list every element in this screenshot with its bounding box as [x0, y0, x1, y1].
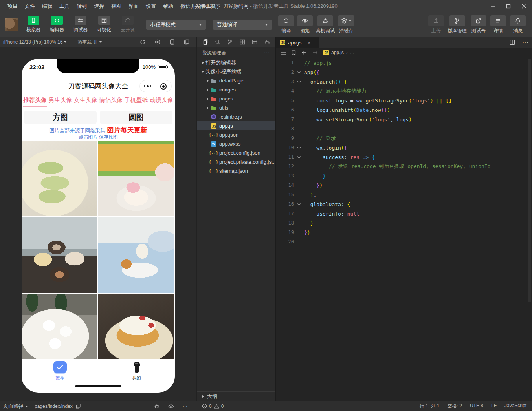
action-button-真机调试[interactable]: 真机调试 — [316, 15, 335, 34]
action-button-预览[interactable]: 预览 — [297, 15, 313, 34]
tree-item-project.config.json[interactable]: {..}project.config.json — [197, 148, 275, 157]
outline-list-icon[interactable] — [281, 50, 286, 55]
breadcrumb-file[interactable]: JS app.js › ... — [323, 50, 354, 55]
action-button-测试号[interactable]: 测试号 — [471, 15, 486, 34]
status-item[interactable]: 空格: 2 — [448, 403, 462, 409]
tabbar-item-我的[interactable]: 我的 — [98, 359, 175, 384]
menu-item-编辑[interactable]: 编辑 — [39, 0, 56, 13]
editor-layout-icon[interactable] — [251, 39, 258, 45]
more-icon[interactable]: ··· — [183, 404, 187, 409]
tree-item-pages[interactable]: pages — [197, 94, 275, 103]
compile-mode-select[interactable]: 普通编译 — [213, 20, 272, 30]
category-tab-男生头像[interactable]: 男生头像 — [48, 97, 72, 104]
code-line[interactable]: 10 wx.login({ — [276, 143, 532, 152]
plugin-teapot-icon[interactable] — [264, 39, 270, 45]
close-tab-icon[interactable]: × — [308, 40, 311, 46]
category-tab-动漫头像[interactable]: 动漫头像 — [149, 97, 174, 104]
tree-section-头像小程序前端[interactable]: 头像小程序前端 — [197, 67, 275, 76]
split-editor-icon[interactable] — [506, 37, 519, 48]
hot-reload-toggle[interactable]: 热重载 开 — [77, 39, 101, 46]
action-button-上传[interactable]: 上传 — [428, 15, 444, 34]
panel-button-云开发[interactable]: 云开发 — [118, 16, 138, 33]
close-button[interactable] — [516, 0, 532, 13]
fold-chevron-icon[interactable] — [294, 204, 304, 205]
tree-section-打开的编辑器[interactable]: 打开的编辑器 — [197, 58, 275, 67]
status-item[interactable]: UTF-8 — [470, 403, 483, 409]
tree-item-app.js[interactable]: JSapp.js — [197, 121, 275, 130]
problems-indicator[interactable]: 0 0 — [196, 404, 224, 409]
code-line[interactable]: 5 const logs = wx.getStorageSync('logs')… — [276, 96, 532, 105]
device-select[interactable]: iPhone 12/13 (Pro) 100% 16 — [3, 39, 66, 45]
bunny-toast-tablet-photo[interactable] — [98, 141, 174, 216]
tree-item-detailPage[interactable]: detailPage — [197, 76, 275, 85]
preview-eye-icon[interactable] — [168, 404, 174, 409]
bookmark-icon[interactable] — [292, 50, 296, 55]
code-line[interactable]: 9 // 登录 — [276, 133, 532, 143]
bundt-cake-photo[interactable] — [98, 294, 174, 359]
more-menu-icon[interactable] — [140, 85, 156, 87]
outline-section[interactable]: 大纲 — [197, 391, 275, 401]
fold-chevron-icon[interactable] — [294, 81, 304, 82]
menu-item-视图[interactable]: 视图 — [108, 0, 125, 13]
copy-path-icon[interactable] — [76, 404, 81, 409]
mode-select[interactable]: 小程序模式 — [146, 20, 206, 30]
tree-item-sitemap.json[interactable]: {..}sitemap.json — [197, 166, 275, 175]
coffee-cakes-window-photo[interactable] — [22, 217, 97, 293]
phone-frame-icon[interactable] — [170, 39, 174, 45]
panel-button-编辑器[interactable]: 编辑器 — [47, 16, 67, 33]
action-button-详情[interactable]: 详情 — [490, 15, 506, 34]
menu-item-文件[interactable]: 文件 — [21, 0, 39, 13]
page-path-select[interactable]: 页面路径 — [3, 403, 28, 410]
code-line[interactable]: 16 globalData: { — [276, 199, 532, 209]
tabbar-item-推荐[interactable]: 推荐 — [22, 359, 98, 384]
code-line[interactable]: 3 onLaunch() { — [276, 77, 532, 86]
minimize-button[interactable] — [485, 0, 501, 13]
status-item[interactable]: LF — [491, 403, 497, 409]
code-line[interactable]: 13 } — [276, 171, 532, 181]
nav-forward-icon[interactable] — [312, 50, 318, 55]
tree-item-app.json[interactable]: {..}app.json — [197, 130, 275, 139]
code-line[interactable]: 19}) — [276, 228, 532, 237]
tree-item-images[interactable]: images — [197, 85, 275, 94]
action-button-版本管理[interactable]: 版本管理 — [448, 15, 467, 34]
action-button-编译[interactable]: 编译 — [278, 15, 294, 34]
snowman-buns-photo[interactable] — [22, 294, 97, 359]
fold-chevron-icon[interactable] — [294, 147, 304, 148]
exit-circle-icon[interactable] — [156, 83, 172, 90]
menu-item-转到[interactable]: 转到 — [73, 0, 90, 13]
category-tab-情侣头像[interactable]: 情侣头像 — [99, 97, 123, 104]
tab-app-js[interactable]: JS app.js × — [276, 37, 319, 48]
record-icon[interactable] — [155, 39, 160, 45]
menu-item-选择[interactable]: 选择 — [90, 0, 108, 13]
code-editor[interactable]: 1// app.js2App({3 onLaunch() {4 // 展示本地存… — [276, 57, 532, 401]
menu-item-项目[interactable]: 项目 — [4, 0, 21, 13]
status-item[interactable]: JavaScript — [504, 403, 526, 409]
menu-item-界面[interactable]: 界面 — [125, 0, 142, 13]
nav-back-icon[interactable] — [301, 50, 307, 55]
code-line[interactable]: 2App({ — [276, 68, 532, 77]
code-line[interactable]: 6 logs.unshift(Date.now()) — [276, 105, 532, 115]
maximize-button[interactable] — [501, 0, 516, 13]
code-line[interactable]: 1// app.js — [276, 58, 532, 68]
code-line[interactable]: 12 // 发送 res.code 到后台换取 openId, sessionK… — [276, 162, 532, 171]
user-avatar[interactable] — [5, 18, 18, 31]
tree-item-.eslintrc.js[interactable]: .eslintrc.js — [197, 112, 275, 121]
more-actions-icon[interactable]: ··· — [264, 50, 270, 55]
editor-more-icon[interactable]: ··· — [519, 37, 532, 48]
editor-scrollbar[interactable] — [528, 59, 531, 302]
code-line[interactable]: 18 } — [276, 218, 532, 228]
code-line[interactable]: 17 userInfo: null — [276, 209, 532, 218]
green-cake-rolls-photo[interactable] — [22, 141, 97, 216]
panel-button-调试器[interactable]: 调试器 — [71, 16, 90, 33]
source-control-branch-icon[interactable] — [227, 39, 233, 45]
code-line[interactable]: 11 success: res => { — [276, 152, 532, 162]
category-tab-手机壁纸[interactable]: 手机壁纸 — [124, 97, 149, 104]
category-tab-女生头像[interactable]: 女生头像 — [73, 97, 98, 104]
menu-item-帮助[interactable]: 帮助 — [160, 0, 177, 13]
tree-item-project.private.config.js...[interactable]: {..}project.private.config.js... — [197, 157, 275, 166]
code-line[interactable]: 20 — [276, 237, 532, 247]
action-button-清缓存[interactable]: 清缓存 — [338, 15, 354, 34]
fold-chevron-icon[interactable] — [294, 72, 304, 73]
panel-button-可视化[interactable]: 可视化 — [94, 16, 114, 33]
tree-item-app.wxss[interactable]: Wapp.wxss — [197, 139, 275, 148]
